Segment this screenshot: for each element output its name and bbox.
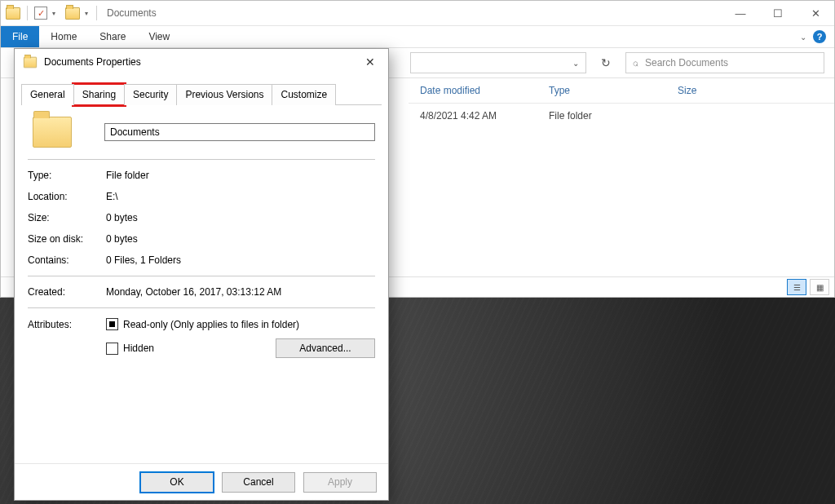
col-type[interactable]: Type	[537, 85, 666, 96]
dialog-titlebar[interactable]: Documents Properties ✕	[15, 49, 388, 75]
folder-icon	[24, 56, 37, 68]
properties-dialog: Documents Properties ✕ General Sharing S…	[14, 48, 389, 501]
close-button[interactable]: ✕	[797, 1, 834, 25]
value-location: E:\	[106, 191, 375, 202]
label-location: Location:	[28, 191, 106, 202]
refresh-button[interactable]: ↻	[594, 53, 617, 73]
label-size: Size:	[28, 212, 106, 223]
apply-button[interactable]: Apply	[303, 472, 377, 493]
folder-name-input[interactable]	[104, 123, 375, 141]
column-headers[interactable]: Date modified Type Size	[409, 78, 834, 104]
attributes-row-hidden: Hidden Advanced...	[28, 338, 375, 358]
attributes-row-readonly: Attributes: Read-only (Only applies to f…	[28, 318, 375, 330]
tab-previous-versions[interactable]: Previous Versions	[176, 84, 272, 105]
quick-access-toolbar: ✓ ▾ ▾	[6, 6, 100, 20]
col-size[interactable]: Size	[666, 85, 754, 96]
search-input[interactable]	[643, 56, 817, 69]
value-created: Monday, October 16, 2017, 03:13:12 AM	[106, 286, 375, 298]
separator	[27, 6, 28, 20]
qat-overflow-icon[interactable]: ▾	[83, 10, 90, 17]
folder-icon	[6, 7, 20, 20]
window-controls: — ☐ ✕	[722, 1, 834, 25]
checkbox-hidden[interactable]	[106, 343, 118, 355]
qat-dropdown-icon[interactable]: ▾	[51, 10, 57, 17]
thumbnails-view-button[interactable]: ▦	[810, 279, 829, 295]
dialog-buttons: OK Cancel Apply	[15, 463, 388, 500]
readonly-label: Read-only (Only applies to files in fold…	[123, 319, 299, 330]
ribbon: File Home Share View ⌄ ?	[1, 26, 834, 48]
divider	[28, 159, 375, 160]
minimize-button[interactable]: —	[722, 1, 759, 25]
value-size: 0 bytes	[106, 212, 375, 223]
ribbon-tab-share[interactable]: Share	[88, 26, 137, 47]
value-type: File folder	[106, 170, 375, 181]
ok-button[interactable]: OK	[140, 472, 214, 493]
rows: 4/8/2021 4:42 AM File folder	[409, 104, 834, 128]
name-row	[28, 117, 375, 148]
address-bar[interactable]: ⌄	[410, 52, 586, 73]
cell-type: File folder	[537, 110, 666, 122]
dialog-body: Type:File folder Location:E:\ Size:0 byt…	[21, 104, 382, 463]
ribbon-tab-home[interactable]: Home	[39, 26, 88, 47]
hidden-label: Hidden	[123, 343, 154, 354]
details-view-button[interactable]: ☰	[787, 279, 806, 295]
search-box[interactable]: ⌕	[625, 52, 824, 73]
separator	[96, 6, 97, 20]
ribbon-tab-view[interactable]: View	[137, 26, 181, 47]
titlebar[interactable]: ✓ ▾ ▾ Documents — ☐ ✕	[1, 1, 834, 26]
maximize-button[interactable]: ☐	[759, 1, 797, 25]
divider	[28, 276, 375, 276]
value-size-on-disk: 0 bytes	[106, 233, 375, 245]
search-icon: ⌕	[633, 57, 638, 69]
checkbox-readonly[interactable]	[106, 318, 118, 330]
label-attributes: Attributes:	[28, 319, 106, 330]
dialog-tabs: General Sharing Security Previous Versio…	[15, 82, 388, 104]
cell-date-modified: 4/8/2021 4:42 AM	[409, 110, 537, 122]
advanced-button[interactable]: Advanced...	[276, 338, 375, 358]
label-created: Created:	[28, 286, 106, 298]
folder-icon	[65, 7, 80, 20]
screen: ✓ ▾ ▾ Documents — ☐ ✕ File Home Share Vi…	[0, 0, 835, 504]
ribbon-collapse-icon[interactable]: ⌄	[800, 33, 806, 42]
tab-general[interactable]: General	[21, 84, 74, 105]
value-contains: 0 Files, 1 Folders	[106, 254, 375, 266]
list-row[interactable]: 4/8/2021 4:42 AM File folder	[409, 104, 834, 128]
cancel-button[interactable]: Cancel	[222, 472, 295, 493]
window-title: Documents	[107, 7, 157, 19]
label-size-on-disk: Size on disk:	[28, 233, 106, 245]
dialog-title: Documents Properties	[44, 56, 141, 68]
tab-customize[interactable]: Customize	[272, 84, 336, 105]
label-type: Type:	[28, 170, 106, 181]
label-contains: Contains:	[28, 254, 106, 266]
help-icon[interactable]: ?	[813, 30, 826, 43]
folder-large-icon	[33, 117, 72, 148]
col-date-modified[interactable]: Date modified	[409, 85, 537, 96]
properties-qat-icon[interactable]: ✓	[34, 7, 47, 20]
tab-sharing[interactable]: Sharing	[73, 84, 125, 105]
divider	[28, 307, 375, 308]
dialog-close-button[interactable]: ✕	[357, 52, 383, 72]
ribbon-tab-file[interactable]: File	[1, 26, 39, 47]
chevron-down-icon[interactable]: ⌄	[572, 59, 579, 68]
tab-security[interactable]: Security	[124, 84, 177, 105]
